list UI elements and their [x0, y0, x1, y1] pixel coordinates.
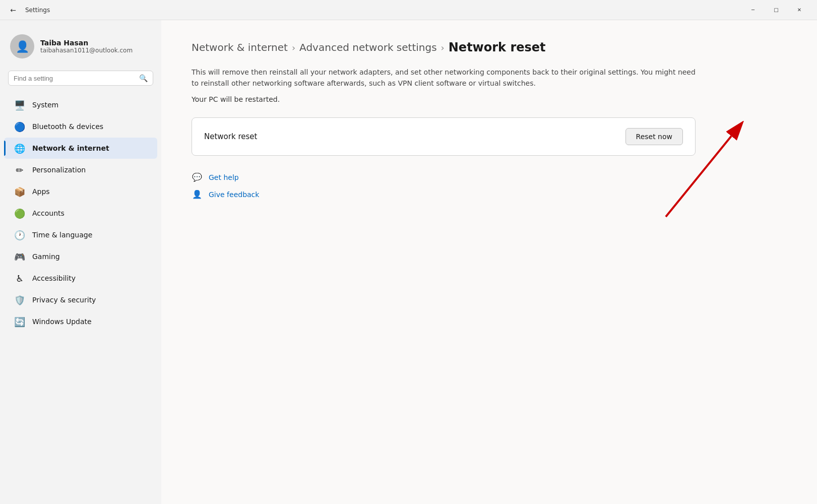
search-input[interactable] [14, 75, 135, 82]
privacy-icon: 🛡️ [14, 294, 25, 305]
breadcrumb-sep-1: › [292, 42, 295, 53]
content-area: Network & internet › Advanced network se… [161, 20, 817, 504]
titlebar: ← Settings ─ □ ✕ [0, 0, 817, 20]
network-reset-label: Network reset [204, 132, 257, 141]
give-feedback-label: Give feedback [209, 191, 259, 199]
sidebar-item-network[interactable]: 🌐 Network & internet [4, 138, 157, 159]
sidebar-item-label-apps: Apps [32, 187, 50, 196]
sidebar-item-label-time: Time & language [32, 231, 92, 239]
breadcrumb-sep-2: › [441, 42, 445, 53]
sidebar-item-label-gaming: Gaming [32, 253, 60, 261]
time-icon: 🕐 [14, 229, 25, 240]
sidebar-item-windows-update[interactable]: 🔄 Windows Update [4, 311, 157, 332]
breadcrumb: Network & internet › Advanced network se… [192, 40, 787, 54]
breadcrumb-advanced[interactable]: Advanced network settings [299, 41, 436, 53]
sidebar: 👤 Taiba Hasan taibahasan1011@outlook.com… [0, 20, 161, 504]
personalization-icon: ✏️ [14, 164, 25, 175]
content-wrapper: Network & internet › Advanced network se… [192, 40, 787, 200]
minimize-button[interactable]: ─ [741, 2, 765, 18]
search-box[interactable]: 🔍 [8, 71, 153, 86]
sidebar-item-time[interactable]: 🕐 Time & language [4, 224, 157, 245]
description-text: This will remove then reinstall all your… [192, 67, 696, 89]
get-help-label: Get help [209, 173, 239, 181]
sidebar-item-label-accessibility: Accessibility [32, 274, 76, 282]
restart-note: Your PC will be restarted. [192, 95, 787, 103]
back-button[interactable]: ← [6, 3, 20, 17]
get-help-link[interactable]: 💬 Get help [192, 172, 787, 183]
accessibility-icon: ♿ [14, 273, 25, 284]
help-links: 💬 Get help 👤 Give feedback [192, 172, 787, 200]
sidebar-item-apps[interactable]: 📦 Apps [4, 181, 157, 202]
breadcrumb-current: Network reset [449, 40, 546, 54]
minimize-icon: ─ [751, 7, 755, 13]
sidebar-item-label-accounts: Accounts [32, 209, 65, 217]
sidebar-item-label-windows-update: Windows Update [32, 318, 92, 326]
sidebar-item-accounts[interactable]: 🟢 Accounts [4, 203, 157, 224]
sidebar-item-gaming[interactable]: 🎮 Gaming [4, 246, 157, 267]
windows-update-icon: 🔄 [14, 316, 25, 327]
search-icon: 🔍 [139, 74, 148, 82]
bluetooth-icon: 🔵 [14, 121, 25, 132]
sidebar-item-personalization[interactable]: ✏️ Personalization [4, 159, 157, 180]
main-layout: 👤 Taiba Hasan taibahasan1011@outlook.com… [0, 20, 817, 504]
avatar: 👤 [10, 34, 34, 58]
network-icon: 🌐 [14, 143, 25, 154]
sidebar-item-system[interactable]: 🖥️ System [4, 94, 157, 115]
sidebar-item-bluetooth[interactable]: 🔵 Bluetooth & devices [4, 116, 157, 137]
user-email: taibahasan1011@outlook.com [40, 47, 133, 54]
user-profile: 👤 Taiba Hasan taibahasan1011@outlook.com [0, 28, 161, 69]
gaming-icon: 🎮 [14, 251, 25, 262]
nav-list: 🖥️ System 🔵 Bluetooth & devices 🌐 Networ… [0, 94, 161, 333]
sidebar-item-label-privacy: Privacy & security [32, 296, 96, 304]
sidebar-item-accessibility[interactable]: ♿ Accessibility [4, 268, 157, 289]
accounts-icon: 🟢 [14, 208, 25, 219]
back-icon: ← [10, 6, 16, 14]
window-controls: ─ □ ✕ [741, 2, 811, 18]
maximize-icon: □ [774, 7, 778, 13]
breadcrumb-network[interactable]: Network & internet [192, 41, 288, 53]
sidebar-item-label-system: System [32, 101, 58, 109]
close-icon: ✕ [797, 7, 801, 13]
get-help-icon: 💬 [192, 172, 203, 183]
reset-now-button[interactable]: Reset now [625, 128, 683, 145]
give-feedback-icon: 👤 [192, 189, 203, 200]
maximize-button[interactable]: □ [765, 2, 788, 18]
sidebar-item-privacy[interactable]: 🛡️ Privacy & security [4, 289, 157, 310]
user-name: Taiba Hasan [40, 39, 133, 47]
apps-icon: 📦 [14, 186, 25, 197]
give-feedback-link[interactable]: 👤 Give feedback [192, 189, 787, 200]
system-icon: 🖥️ [14, 99, 25, 110]
sidebar-item-label-bluetooth: Bluetooth & devices [32, 122, 103, 131]
sidebar-item-label-network: Network & internet [32, 144, 109, 152]
sidebar-item-label-personalization: Personalization [32, 166, 86, 174]
close-button[interactable]: ✕ [788, 2, 811, 18]
user-info: Taiba Hasan taibahasan1011@outlook.com [40, 39, 133, 54]
titlebar-title: Settings [25, 7, 736, 14]
network-reset-card: Network reset Reset now [192, 117, 696, 156]
